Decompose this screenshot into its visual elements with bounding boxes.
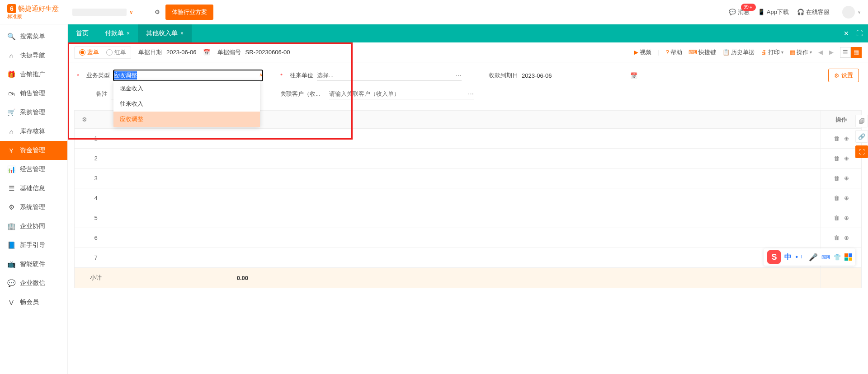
- calendar-icon[interactable]: 📅: [630, 72, 637, 79]
- keyboard-icon: ⌨: [689, 49, 697, 56]
- sidebar-item-8[interactable]: ☰基础信息: [0, 179, 67, 198]
- ime-menu-icon[interactable]: [844, 253, 852, 261]
- biz-type-input[interactable]: [113, 70, 263, 81]
- table-row[interactable]: 4: [75, 188, 821, 208]
- calendar-icon[interactable]: 📅: [203, 49, 210, 56]
- ime-mic-icon[interactable]: 🎤: [809, 253, 818, 262]
- chevron-up-icon[interactable]: ∧: [259, 72, 263, 78]
- add-icon[interactable]: ⊕: [844, 215, 849, 221]
- chevron-down-icon: ▾: [810, 50, 812, 55]
- hotkey-label: 快捷键: [698, 48, 716, 56]
- sidebar-item-12[interactable]: 📺智能硬件: [0, 255, 67, 274]
- delete-icon[interactable]: 🗑: [834, 155, 840, 162]
- sidebar-item-0[interactable]: 🔍搜索菜单: [0, 27, 67, 46]
- gear-icon[interactable]: ⚙: [155, 9, 160, 15]
- more-icon[interactable]: ⋯: [456, 72, 462, 79]
- close-icon[interactable]: ×: [180, 30, 184, 37]
- sidebar-item-13[interactable]: 💬企业微信: [0, 274, 67, 293]
- delete-icon[interactable]: 🗑: [834, 135, 840, 142]
- delete-icon[interactable]: 🗑: [834, 215, 840, 221]
- chevron-down-icon: ∨: [129, 9, 133, 15]
- add-icon[interactable]: ⊕: [844, 234, 849, 241]
- history-link[interactable]: 📋历史单据: [722, 48, 755, 56]
- doc-date-value[interactable]: 2023-06-06: [166, 49, 197, 56]
- ime-punct-icon[interactable]: •၊: [795, 253, 805, 261]
- more-icon[interactable]: ⋯: [468, 90, 474, 97]
- print-link[interactable]: 🖨打印▾: [761, 48, 783, 56]
- ime-keyboard-icon[interactable]: ⌨: [821, 254, 830, 261]
- sidebar-item-9[interactable]: ⚙系统管理: [0, 198, 67, 217]
- sidebar-label: 畅会员: [20, 298, 39, 306]
- ime-skin-icon[interactable]: 👕: [834, 254, 841, 261]
- sidebar-item-4[interactable]: 🛒采购管理: [0, 103, 67, 122]
- dropdown-option[interactable]: 往来收入: [113, 96, 260, 112]
- app-download-link[interactable]: 📱 App下载: [758, 8, 789, 16]
- action-link[interactable]: ▦操作▾: [790, 48, 812, 56]
- close-icon[interactable]: ×: [127, 30, 130, 37]
- partner-select[interactable]: ⋯: [317, 70, 462, 81]
- settings-button[interactable]: ⚙ 设置: [828, 69, 859, 82]
- sidebar-label: 企业微信: [20, 279, 45, 287]
- due-date-value[interactable]: 2023-06-06: [522, 72, 552, 79]
- sidebar-item-11[interactable]: 📘新手引导: [0, 236, 67, 255]
- view-list-button[interactable]: ☰: [840, 47, 851, 58]
- messages-link[interactable]: 💬 消息 99＋: [729, 8, 750, 16]
- try-solution-button[interactable]: 体验行业方案: [165, 5, 213, 20]
- sidebar-label: 系统管理: [20, 203, 45, 211]
- radio-red[interactable]: 红单: [106, 48, 126, 56]
- delete-icon[interactable]: 🗑: [834, 175, 840, 182]
- table-row[interactable]: 2: [75, 149, 821, 168]
- add-icon[interactable]: ⊕: [844, 175, 849, 182]
- sidebar-item-3[interactable]: 🛍销售管理: [0, 84, 67, 103]
- sidebar-item-14[interactable]: V畅会员: [0, 293, 67, 312]
- ime-toolbar[interactable]: S 中 •၊ 🎤 ⌨ 👕: [764, 248, 855, 266]
- note-button[interactable]: 🗐: [855, 115, 868, 127]
- close-tab-button[interactable]: ✕: [842, 28, 851, 39]
- add-icon[interactable]: ⊕: [844, 135, 849, 142]
- add-icon[interactable]: ⊕: [844, 195, 849, 201]
- table-row[interactable]: 1: [75, 129, 821, 149]
- tab-2[interactable]: 其他收入单×: [138, 24, 192, 42]
- assoc-select[interactable]: ⋯: [329, 89, 474, 99]
- org-selector[interactable]: ∨: [68, 9, 149, 16]
- tab-0[interactable]: 首页: [68, 24, 97, 42]
- table-row[interactable]: 5: [75, 208, 821, 228]
- hotkey-link[interactable]: ⌨快捷键: [689, 48, 716, 56]
- expand-button[interactable]: ⛶: [854, 28, 864, 39]
- partner-input[interactable]: [317, 70, 462, 81]
- table-row[interactable]: 7: [75, 248, 821, 268]
- sidebar-item-5[interactable]: ⌂库存核算: [0, 122, 67, 141]
- radio-blue[interactable]: 蓝单: [79, 48, 99, 56]
- video-link[interactable]: ▶视频: [634, 48, 651, 56]
- tab-1[interactable]: 付款单×: [97, 24, 138, 42]
- sidebar-item-10[interactable]: 🏢企业协同: [0, 217, 67, 236]
- delete-icon[interactable]: 🗑: [834, 234, 840, 241]
- sidebar-item-7[interactable]: 📊经营管理: [0, 160, 67, 179]
- next-button[interactable]: ▶: [829, 49, 834, 56]
- support-link[interactable]: 🎧 在线客服: [797, 8, 830, 16]
- sidebar-label: 智能硬件: [20, 260, 45, 268]
- dropdown-option[interactable]: 现金收入: [113, 81, 260, 96]
- table-row[interactable]: 3: [75, 168, 821, 188]
- sidebar-label: 企业协同: [20, 222, 45, 230]
- view-card-button[interactable]: ▦: [851, 47, 862, 58]
- table-row[interactable]: 6: [75, 228, 821, 248]
- ime-lang[interactable]: 中: [784, 252, 792, 262]
- delete-icon[interactable]: 🗑: [834, 195, 840, 201]
- video-label: 视频: [640, 48, 651, 56]
- attachment-button[interactable]: 🔗: [855, 130, 868, 143]
- layout-button[interactable]: ⛶: [855, 145, 868, 158]
- dropdown-option[interactable]: 应收调整: [113, 112, 260, 127]
- sidebar-label: 快捷导航: [20, 51, 45, 60]
- user-menu[interactable]: ∨: [842, 6, 861, 19]
- help-link[interactable]: ?帮助: [666, 48, 682, 56]
- sidebar-item-6[interactable]: ¥资金管理: [0, 141, 67, 160]
- biz-type-select[interactable]: ∧ 现金收入往来收入应收调整: [113, 70, 263, 81]
- sidebar-item-2[interactable]: 🎁营销推广: [0, 65, 67, 84]
- prev-button[interactable]: ◀: [818, 49, 823, 56]
- add-icon[interactable]: ⊕: [844, 155, 849, 162]
- table-settings-icon[interactable]: ⚙: [75, 116, 94, 123]
- assoc-input[interactable]: [329, 89, 474, 99]
- radio-blue-label: 蓝单: [87, 48, 99, 56]
- sidebar-item-1[interactable]: ⌂快捷导航: [0, 46, 67, 65]
